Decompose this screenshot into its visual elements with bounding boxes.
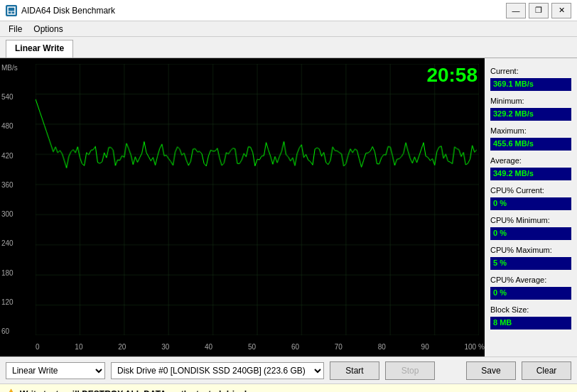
current-label: Current: bbox=[490, 67, 571, 75]
disk-select[interactable]: Disk Drive #0 [LONDISK SSD 240GB] (223.6… bbox=[111, 362, 324, 379]
warning-text: Write tests will DESTROY ALL DATA on the… bbox=[20, 389, 247, 393]
cpu-minimum-label: CPU% Minimum: bbox=[490, 216, 571, 224]
minimize-button[interactable]: — bbox=[506, 3, 526, 18]
cpu-average-value: 0 % bbox=[490, 287, 571, 300]
cpu-average-label: CPU% Average: bbox=[490, 276, 571, 284]
start-button[interactable]: Start bbox=[330, 361, 379, 380]
menu-bar: File Options bbox=[0, 21, 577, 37]
average-label: Average: bbox=[490, 156, 571, 165]
bottom-controls: Linear Write Linear Read Random Write Ra… bbox=[0, 356, 577, 383]
warning-icon: ⚠ bbox=[6, 387, 16, 392]
benchmark-chart bbox=[36, 64, 479, 335]
clear-button[interactable]: Clear bbox=[522, 361, 571, 380]
block-size-value: 8 MB bbox=[490, 317, 571, 330]
stats-panel: Current: 369.1 MB/s Minimum: 329.2 MB/s … bbox=[485, 58, 577, 356]
title-bar-left: AIDA64 Disk Benchmark bbox=[6, 5, 115, 16]
test-type-select[interactable]: Linear Write Linear Read Random Write Ra… bbox=[6, 362, 105, 379]
cpu-maximum-value: 5 % bbox=[490, 257, 571, 270]
cpu-current-label: CPU% Current: bbox=[490, 186, 571, 195]
average-value: 349.2 MB/s bbox=[490, 168, 571, 180]
warning-bar: ⚠ Write tests will DESTROY ALL DATA on t… bbox=[0, 383, 577, 392]
tab-bar: Linear Write bbox=[0, 37, 577, 58]
maximum-label: Maximum: bbox=[490, 126, 571, 135]
title-bar: AIDA64 Disk Benchmark — ❐ ✕ bbox=[0, 0, 577, 21]
window-controls: — ❐ ✕ bbox=[506, 3, 571, 18]
cpu-maximum-label: CPU% Maximum: bbox=[490, 246, 571, 254]
close-button[interactable]: ✕ bbox=[551, 3, 571, 18]
time-display: 20:58 bbox=[426, 64, 478, 87]
tab-linear-write[interactable]: Linear Write bbox=[6, 40, 73, 58]
block-size-label: Block Size: bbox=[490, 305, 571, 314]
save-button[interactable]: Save bbox=[466, 361, 516, 380]
x-axis-labels: 0 10 20 30 40 50 60 70 80 90 100 % bbox=[36, 343, 485, 351]
app-icon bbox=[6, 5, 17, 16]
main-area: MB/s 540 480 420 360 300 240 180 120 60 … bbox=[0, 58, 577, 356]
minimum-value: 329.2 MB/s bbox=[490, 108, 571, 121]
menu-file[interactable]: File bbox=[3, 23, 28, 36]
window-title: AIDA64 Disk Benchmark bbox=[21, 6, 115, 16]
minimum-label: Minimum: bbox=[490, 97, 571, 105]
menu-options[interactable]: Options bbox=[28, 23, 68, 36]
maximum-value: 455.6 MB/s bbox=[490, 138, 571, 151]
y-axis-labels: MB/s 540 480 420 360 300 240 180 120 60 bbox=[1, 64, 18, 335]
stop-button[interactable]: Stop bbox=[385, 361, 435, 380]
restore-button[interactable]: ❐ bbox=[529, 3, 549, 18]
chart-area: MB/s 540 480 420 360 300 240 180 120 60 … bbox=[0, 58, 485, 356]
current-value: 369.1 MB/s bbox=[490, 78, 571, 91]
cpu-current-value: 0 % bbox=[490, 197, 571, 210]
cpu-minimum-value: 0 % bbox=[490, 227, 571, 240]
